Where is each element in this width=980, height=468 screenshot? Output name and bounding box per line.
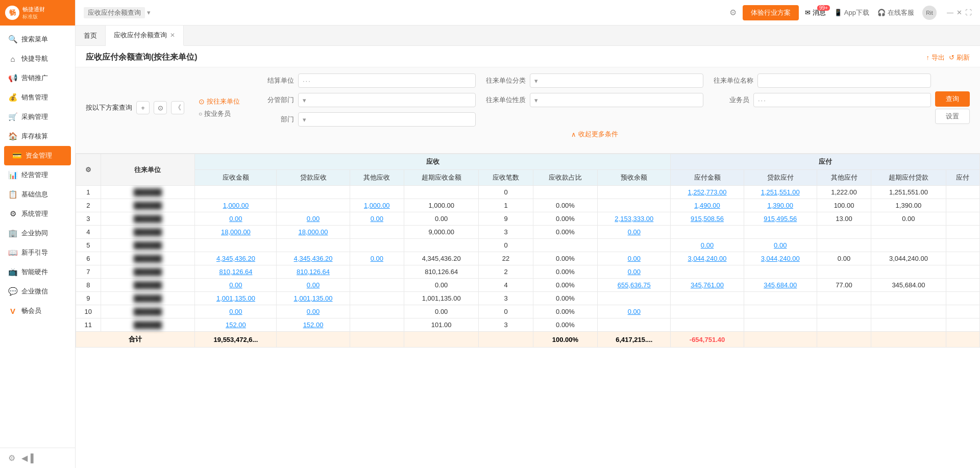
other-recv[interactable]: 0.00: [350, 252, 404, 265]
prepay-balance[interactable]: [598, 199, 671, 212]
sidebar-settings-btn[interactable]: ⚙: [8, 453, 15, 463]
prepay-balance[interactable]: 2,153,333.00: [598, 212, 671, 226]
partner-nature-input[interactable]: ▾: [530, 93, 703, 107]
sidebar-item-guide[interactable]: 📖新手引导: [0, 243, 75, 262]
promo-btn[interactable]: 体验行业方案: [743, 5, 799, 20]
sidebar-item-operation[interactable]: 📊经营管理: [0, 165, 75, 185]
division-input[interactable]: ▾: [298, 93, 476, 107]
prepay-balance[interactable]: [598, 239, 671, 252]
salesperson-input[interactable]: ···: [753, 93, 931, 107]
prepay-balance[interactable]: 0.00: [598, 226, 671, 239]
recv-amount[interactable]: 4,345,436.20: [195, 252, 277, 265]
recv-amount[interactable]: 1,001,135.00: [195, 292, 277, 305]
loan-recv[interactable]: 1,001,135.00: [277, 292, 350, 305]
recv-amount[interactable]: 1,000.00: [195, 199, 277, 212]
pay-amount[interactable]: [671, 226, 744, 239]
other-recv[interactable]: 0.00: [350, 212, 404, 226]
table-container[interactable]: ⚙ 往来单位 应收 应付 应收金额 贷款应收 其他应收 超期应收金额 应收笔数 …: [76, 154, 980, 468]
th-gear[interactable]: ⚙: [76, 154, 101, 186]
loan-pay[interactable]: [744, 226, 817, 239]
pay-amount[interactable]: [671, 292, 744, 305]
recv-amount[interactable]: 18,000.00: [195, 226, 277, 239]
recv-amount[interactable]: 810,126.64: [195, 265, 277, 279]
prepay-balance[interactable]: [598, 292, 671, 305]
other-recv[interactable]: [350, 279, 404, 292]
loan-pay[interactable]: [744, 305, 817, 318]
sidebar-item-search-menu[interactable]: 🔍搜索菜单: [0, 30, 75, 49]
other-recv[interactable]: [350, 226, 404, 239]
other-recv[interactable]: [350, 292, 404, 305]
partner-name-input[interactable]: [757, 73, 931, 88]
loan-recv[interactable]: 0.00: [277, 305, 350, 318]
loan-pay[interactable]: 1,251,551.00: [744, 186, 817, 199]
other-recv[interactable]: 1,000.00: [350, 199, 404, 212]
loan-recv[interactable]: 810,126.64: [277, 265, 350, 279]
loan-recv[interactable]: [277, 186, 350, 199]
filter-option-salesperson[interactable]: ○ 按业务员: [194, 108, 244, 119]
recv-amount[interactable]: [195, 239, 277, 252]
other-recv[interactable]: [350, 318, 404, 332]
loan-pay[interactable]: 1,390.00: [744, 199, 817, 212]
pay-amount[interactable]: [671, 265, 744, 279]
tab-balance-query[interactable]: 应收应付余额查询 ✕: [106, 26, 184, 46]
recv-amount[interactable]: 0.00: [195, 212, 277, 226]
export-btn[interactable]: ↑ 导出: [926, 53, 945, 62]
sidebar-item-inventory[interactable]: 🏠库存核算: [0, 127, 75, 146]
sidebar-item-marketing[interactable]: 📢营销推广: [0, 68, 75, 88]
recv-amount[interactable]: 0.00: [195, 279, 277, 292]
sidebar-item-basic[interactable]: 📋基础信息: [0, 185, 75, 204]
sidebar-item-member[interactable]: V畅会员: [0, 301, 75, 321]
pay-amount[interactable]: 1,490.00: [671, 199, 744, 212]
pay-amount[interactable]: 3,044,240.00: [671, 252, 744, 265]
maximize-icon[interactable]: ⛶: [965, 9, 972, 16]
notification-btn[interactable]: ✉ 消息 99+: [805, 8, 826, 17]
loan-recv[interactable]: 18,000.00: [277, 226, 350, 239]
topbar-gear-btn[interactable]: ⚙: [729, 8, 737, 17]
recv-amount[interactable]: [195, 186, 277, 199]
prepay-balance[interactable]: 0.00: [598, 252, 671, 265]
setting-btn[interactable]: 设置: [935, 109, 970, 124]
recv-amount[interactable]: 0.00: [195, 305, 277, 318]
department-input[interactable]: ▾: [298, 112, 476, 127]
sidebar-item-purchase[interactable]: 🛒采购管理: [0, 107, 75, 127]
loan-recv[interactable]: 152.00: [277, 318, 350, 332]
pay-amount[interactable]: [671, 305, 744, 318]
collapse-btn[interactable]: ∧ 收起更多条件: [258, 127, 931, 142]
partner-category-input[interactable]: ▾: [530, 73, 703, 88]
filter-add-btn[interactable]: +: [136, 101, 150, 114]
loan-recv[interactable]: 0.00: [277, 279, 350, 292]
pay-amount[interactable]: [671, 318, 744, 332]
prepay-balance[interactable]: 655,636.75: [598, 279, 671, 292]
loan-pay[interactable]: 345,684.00: [744, 279, 817, 292]
jiesuan-input[interactable]: ···: [298, 73, 476, 88]
pay-amount[interactable]: 0.00: [671, 239, 744, 252]
prepay-balance[interactable]: [598, 186, 671, 199]
refresh-btn[interactable]: ↺ 刷新: [949, 53, 970, 62]
app-download-btn[interactable]: 📱 App下载: [834, 8, 869, 17]
pay-amount[interactable]: 915,508.56: [671, 212, 744, 226]
prepay-balance[interactable]: 0.00: [598, 265, 671, 279]
pay-amount[interactable]: 345,761.00: [671, 279, 744, 292]
sidebar-item-sales[interactable]: 💰销售管理: [0, 88, 75, 107]
sidebar-collapse-btn[interactable]: ◀▐: [21, 453, 33, 463]
sidebar-item-hardware[interactable]: 📺智能硬件: [0, 262, 75, 282]
other-recv[interactable]: [350, 265, 404, 279]
other-recv[interactable]: [350, 239, 404, 252]
pay-amount[interactable]: 1,252,773.00: [671, 186, 744, 199]
tab-home[interactable]: 首页: [76, 26, 106, 45]
loan-recv[interactable]: [277, 199, 350, 212]
loan-pay[interactable]: 915,495.56: [744, 212, 817, 226]
close-icon[interactable]: ✕: [957, 9, 962, 16]
filter-config-btn[interactable]: ⊙: [154, 101, 167, 114]
tab-close-btn[interactable]: ✕: [170, 32, 175, 39]
prepay-balance[interactable]: [598, 318, 671, 332]
sidebar-item-enterprise[interactable]: 🏢企业协同: [0, 224, 75, 243]
loan-pay[interactable]: [744, 292, 817, 305]
loan-pay[interactable]: 0.00: [744, 239, 817, 252]
loan-pay[interactable]: [744, 318, 817, 332]
filter-left-btn[interactable]: 《: [171, 101, 184, 114]
loan-pay[interactable]: [744, 265, 817, 279]
sidebar-item-system[interactable]: ⚙系统管理: [0, 204, 75, 224]
query-btn[interactable]: 查询: [935, 91, 970, 107]
online-service-btn[interactable]: 🎧 在线客服: [877, 8, 914, 17]
